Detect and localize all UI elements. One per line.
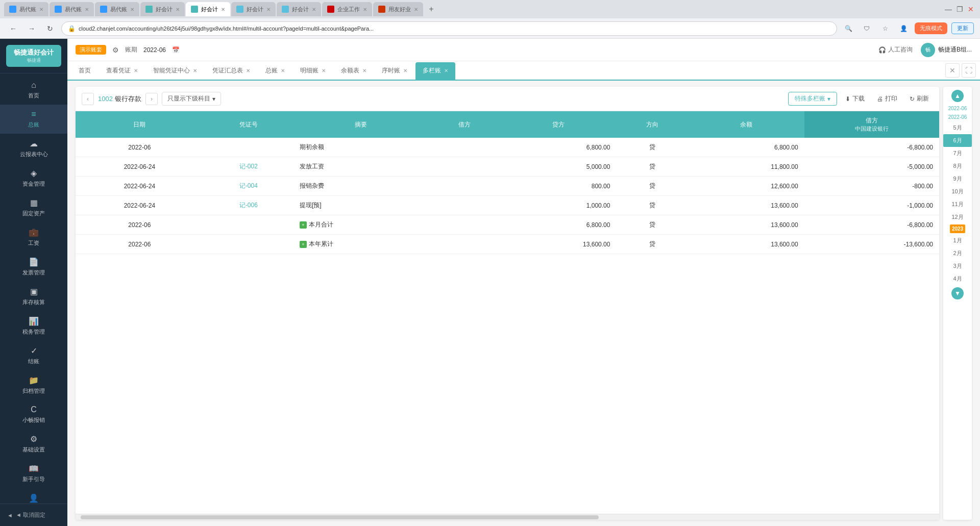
sidebar-item-guide[interactable]: 📖 新手引导 [0,459,67,488]
date-item-sep[interactable]: 9月 [943,172,972,185]
date-item-may[interactable]: 5月 [943,121,972,134]
maximize-button[interactable]: ❐ [954,4,965,14]
tab-close-schedule-ledger[interactable]: ✕ [403,68,407,73]
date-item-aug[interactable]: 8月 [943,160,972,172]
date-item-oct[interactable]: 10月 [943,185,972,198]
date-item-jun[interactable]: 6月 [943,134,972,147]
sidebar-item-general-ledger[interactable]: ≡ 总账 [0,105,67,134]
tab-1[interactable]: 易代账 ✕ [4,2,48,16]
close-window-button[interactable]: ✕ [966,4,976,14]
search-icon[interactable]: 🔍 [841,21,855,36]
shield-icon[interactable]: 🛡 [860,21,874,36]
tab-page-detail-ledger[interactable]: 明细账 ✕ [293,62,333,80]
tab-page-voucher-view[interactable]: 查看凭证 ✕ [99,62,145,80]
tab-close-3[interactable]: ✕ [130,7,134,12]
tab-9[interactable]: 用友好业 ✕ [373,2,423,16]
prev-account-button[interactable]: ‹ [82,93,94,105]
scrollbar-thumb[interactable] [81,515,599,519]
next-account-button[interactable]: › [145,93,158,105]
tab-page-multi-col[interactable]: 多栏账 ✕ [415,62,455,80]
tab-close-4[interactable]: ✕ [176,7,180,12]
tab-close-voucher-view[interactable]: ✕ [134,68,138,73]
tab-2[interactable]: 易代账 ✕ [50,2,94,16]
date-item-jan[interactable]: 1月 [943,234,972,247]
multi-col-type-button[interactable]: 特殊多栏账 ▾ [788,92,837,106]
refresh-button[interactable]: ↻ [43,21,57,36]
tab-close-9[interactable]: ✕ [414,7,418,12]
tab-close-5[interactable]: ✕ [221,7,225,12]
sidebar-item-settings[interactable]: ⚙ 基础设置 [0,429,67,459]
sidebar-item-archive[interactable]: 📁 归档管理 [0,370,67,400]
tab-close-6[interactable]: ✕ [266,7,271,12]
horizontal-scrollbar[interactable] [76,514,939,520]
minimize-button[interactable]: — [943,4,953,14]
date-item-nov[interactable]: 11月 [943,198,972,211]
print-button[interactable]: 🖨 打印 [873,92,901,105]
refresh-button[interactable]: ↻ 刷新 [905,92,933,105]
date-year-badge-2023[interactable]: 2023 [950,224,965,233]
date-item-mar[interactable]: 3月 [943,260,972,272]
download-button[interactable]: ⬇ 下载 [841,92,869,105]
update-button[interactable]: 更新 [951,22,974,34]
wuhen-mode-button[interactable]: 无痕模式 [915,22,947,34]
voucher-link[interactable]: 记-006 [239,202,258,209]
topbar-settings-icon[interactable]: ⚙ [112,46,119,54]
sidebar-item-member[interactable]: 👤 畅会员 [0,488,67,504]
tab-page-balance-sheet[interactable]: 余额表 ✕ [334,62,374,80]
sidebar-item-fund[interactable]: ◈ 资金管理 [0,163,67,193]
tab-7[interactable]: 好会计 ✕ [277,2,321,16]
consult-button[interactable]: 🎧 人工咨询 [878,45,913,54]
tab-page-general-ledger[interactable]: 总账 ✕ [258,62,292,80]
date-scroll-down-button[interactable]: ▼ [951,287,964,299]
tab-close-balance-sheet[interactable]: ✕ [362,68,366,73]
tab-close-1[interactable]: ✕ [39,7,43,12]
cell-voucher[interactable]: 记-002 [204,157,293,177]
date-item-apr[interactable]: 4月 [943,272,972,285]
sidebar-item-tax[interactable]: 📊 税务管理 [0,311,67,341]
tab-close-detail-ledger[interactable]: ✕ [322,68,326,73]
voucher-link[interactable]: 记-004 [239,182,258,189]
voucher-link[interactable]: 记-002 [239,163,258,170]
tab-8[interactable]: 企业工作 ✕ [322,2,372,16]
tab-close-smart-center[interactable]: ✕ [193,68,197,73]
unpin-button[interactable]: ◄ ◄ 取消固定 [5,509,62,521]
cell-voucher[interactable]: 记-006 [204,196,293,215]
tab-6[interactable]: 好会计 ✕ [231,2,276,16]
calendar-icon[interactable]: 📅 [172,46,180,54]
sidebar-item-cloud-report[interactable]: ☁ 云报表中心 [0,134,67,163]
tab-5[interactable]: 好会计 ✕ [186,2,230,16]
forward-button[interactable]: → [24,21,39,36]
date-item-jul[interactable]: 7月 [943,147,972,160]
date-item-feb[interactable]: 2月 [943,247,972,260]
tab-page-voucher-summary[interactable]: 凭证汇总表 ✕ [205,62,257,80]
tab-4[interactable]: 好会计 ✕ [140,2,185,16]
tab-close-8[interactable]: ✕ [363,7,367,12]
date-scroll-up-button[interactable]: ▲ [951,90,964,102]
close-tab-button[interactable]: ✕ [945,63,960,78]
filter-button[interactable]: 只显示下级科目 ▾ [162,92,221,106]
tab-close-voucher-summary[interactable]: ✕ [246,68,250,73]
tab-3[interactable]: 易代账 ✕ [95,2,139,16]
sidebar-item-inventory[interactable]: ▣ 库存核算 [0,282,67,311]
sidebar-item-invoice[interactable]: 📄 发票管理 [0,252,67,282]
profile-icon[interactable]: 👤 [896,21,911,36]
url-input[interactable]: 🔒 cloud2.chanjet.com/accounting/uh26t264… [61,21,837,36]
tab-page-schedule-ledger[interactable]: 序时账 ✕ [375,62,414,80]
tab-close-7[interactable]: ✕ [312,7,316,12]
expand-tab-button[interactable]: ⛶ [962,63,976,78]
star-icon[interactable]: ☆ [878,21,892,36]
back-button[interactable]: ← [6,21,20,36]
cell-voucher[interactable]: 记-004 [204,177,293,196]
tab-page-smart-center[interactable]: 智能凭证中心 ✕ [146,62,204,80]
tab-close-general-ledger[interactable]: ✕ [281,68,285,73]
sidebar-item-fixed-assets[interactable]: ▦ 固定资产 [0,193,67,222]
date-item-dec[interactable]: 12月 [943,211,972,223]
tab-page-home[interactable]: 首页 [71,62,98,80]
sidebar-item-home[interactable]: ⌂ 首页 [0,76,67,105]
tab-close-multi-col[interactable]: ✕ [444,68,448,73]
sidebar-item-expense[interactable]: C 小畅报销 [0,400,67,429]
sidebar-item-settle[interactable]: ✓ 结账 [0,341,67,370]
sidebar-item-payroll[interactable]: 💼 工资 [0,222,67,252]
new-tab-button[interactable]: + [424,2,438,16]
tab-close-2[interactable]: ✕ [85,7,89,12]
